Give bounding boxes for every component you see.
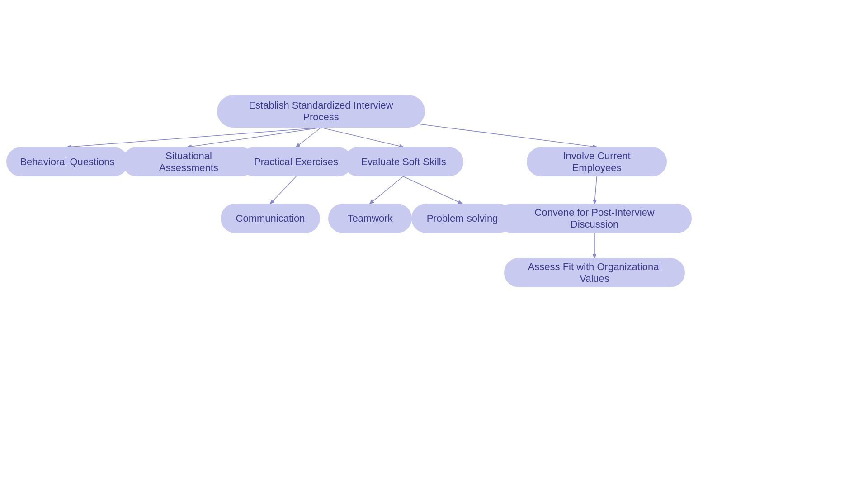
- involve-node: Involve Current Employees: [527, 147, 667, 176]
- diagram-container: Establish Standardized Interview Process…: [0, 0, 868, 490]
- svg-line-1: [188, 128, 321, 147]
- convene-node: Convene for Post-Interview Discussion: [497, 204, 692, 233]
- svg-line-0: [67, 128, 321, 147]
- convene-label: Convene for Post-Interview Discussion: [511, 207, 678, 230]
- assess-label: Assess Fit with Organizational Values: [518, 261, 671, 285]
- situational-label: Situational Assessments: [136, 150, 242, 174]
- practical-label: Practical Exercises: [254, 156, 338, 168]
- behavioral-label: Behavioral Questions: [20, 156, 114, 168]
- svg-line-2: [296, 128, 321, 147]
- communication-node: Communication: [221, 204, 320, 233]
- root-label: Establish Standardized Interview Process: [231, 100, 411, 123]
- connections-svg: [0, 0, 868, 490]
- svg-line-7: [403, 176, 462, 204]
- practical-node: Practical Exercises: [240, 147, 353, 176]
- involve-label: Involve Current Employees: [540, 150, 653, 174]
- svg-line-3: [321, 128, 403, 147]
- svg-line-6: [370, 176, 403, 204]
- root-node: Establish Standardized Interview Process: [217, 95, 425, 128]
- situational-node: Situational Assessments: [122, 147, 255, 176]
- svg-line-8: [594, 176, 597, 204]
- softskills-node: Evaluate Soft Skills: [344, 147, 463, 176]
- teamwork-node: Teamwork: [328, 204, 412, 233]
- svg-line-5: [270, 176, 296, 204]
- behavioral-node: Behavioral Questions: [6, 147, 128, 176]
- teamwork-label: Teamwork: [347, 213, 392, 224]
- softskills-label: Evaluate Soft Skills: [361, 156, 446, 168]
- problemsolving-label: Problem-solving: [427, 213, 498, 224]
- assess-node: Assess Fit with Organizational Values: [504, 258, 685, 287]
- communication-label: Communication: [236, 213, 305, 224]
